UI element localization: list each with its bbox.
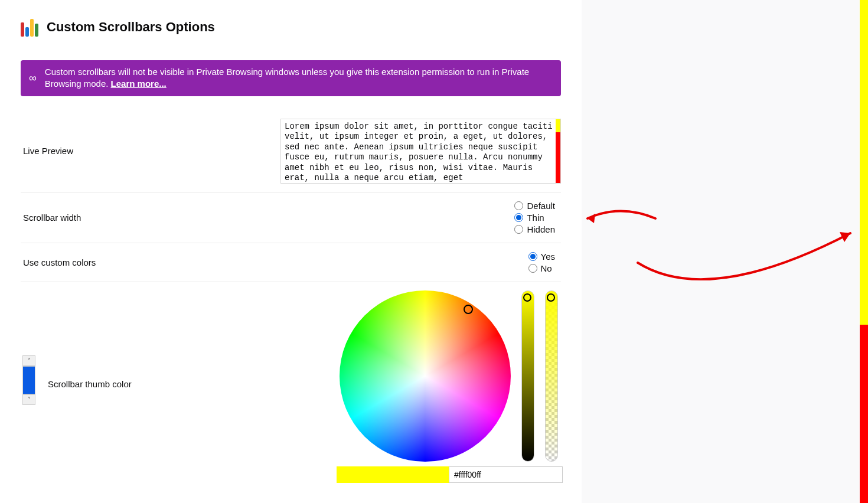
options-panel: Custom Scrollbars Options ∞ Custom scrol… (0, 0, 582, 503)
page-scrollbar-thumb[interactable] (860, 325, 868, 503)
row-thumb-color: ˄ ˅ Scrollbar thumb color (21, 282, 561, 491)
chevron-up-icon: ˄ (28, 357, 31, 364)
annotation-arrow-left (579, 207, 661, 230)
radio-width-default[interactable]: Default (514, 201, 555, 211)
vertical-stepper: ˄ ˅ (21, 355, 37, 405)
radio-input-yes[interactable] (528, 252, 537, 261)
current-swatch (22, 366, 35, 394)
lightness-slider[interactable] (521, 290, 534, 462)
radio-input-hidden[interactable] (514, 225, 523, 234)
row-live-preview: Live Preview Lorem ipsum dolor sit amet,… (21, 110, 561, 192)
header: Custom Scrollbars Options (21, 18, 561, 37)
svg-marker-1 (840, 232, 850, 242)
preview-scrollbar-thumb[interactable] (556, 119, 560, 132)
color-picker (337, 290, 561, 483)
alpha-handle[interactable] (547, 293, 555, 302)
radio-width-hidden[interactable]: Hidden (514, 224, 555, 234)
alpha-slider[interactable] (545, 290, 558, 462)
row-scrollbar-width: Scrollbar width Default Thin Hidden (21, 192, 561, 243)
radio-group-custom-colors: Yes No (528, 252, 561, 273)
radio-width-thin[interactable]: Thin (514, 213, 555, 223)
learn-more-link[interactable]: Learn more... (111, 79, 167, 89)
label-live-preview: Live Preview (21, 146, 280, 156)
hex-input[interactable] (449, 466, 563, 483)
color-swatch-preview (337, 466, 449, 483)
color-wheel-handle[interactable] (464, 305, 473, 314)
row-use-custom-colors: Use custom colors Yes No (21, 243, 561, 282)
page-title: Custom Scrollbars Options (47, 19, 215, 35)
private-browsing-notice: ∞ Custom scrollbars will not be visible … (21, 60, 561, 96)
radio-input-thin[interactable] (514, 213, 523, 222)
extension-logo-icon (21, 18, 38, 37)
label-scrollbar-width: Scrollbar width (21, 213, 280, 223)
stepper-down-button[interactable]: ˅ (22, 394, 35, 405)
label-use-custom-colors: Use custom colors (21, 257, 280, 267)
radio-input-default[interactable] (514, 201, 523, 210)
stepper-up-button[interactable]: ˄ (22, 355, 35, 366)
radio-group-scrollbar-width: Default Thin Hidden (514, 201, 561, 234)
radio-input-no[interactable] (528, 264, 537, 273)
label-thumb-color: Scrollbar thumb color (37, 290, 337, 389)
chevron-down-icon: ˅ (28, 396, 31, 403)
notice-text: Custom scrollbars will not be visible in… (45, 66, 553, 90)
lightness-handle[interactable] (523, 293, 531, 302)
infinity-icon: ∞ (29, 71, 37, 85)
live-preview-box[interactable]: Lorem ipsum dolor sit amet, in porttitor… (280, 119, 561, 184)
svg-marker-0 (588, 214, 595, 223)
radio-colors-no[interactable]: No (528, 263, 555, 273)
annotation-arrow-right (632, 224, 856, 301)
radio-colors-yes[interactable]: Yes (528, 252, 555, 262)
color-wheel[interactable] (340, 290, 511, 462)
